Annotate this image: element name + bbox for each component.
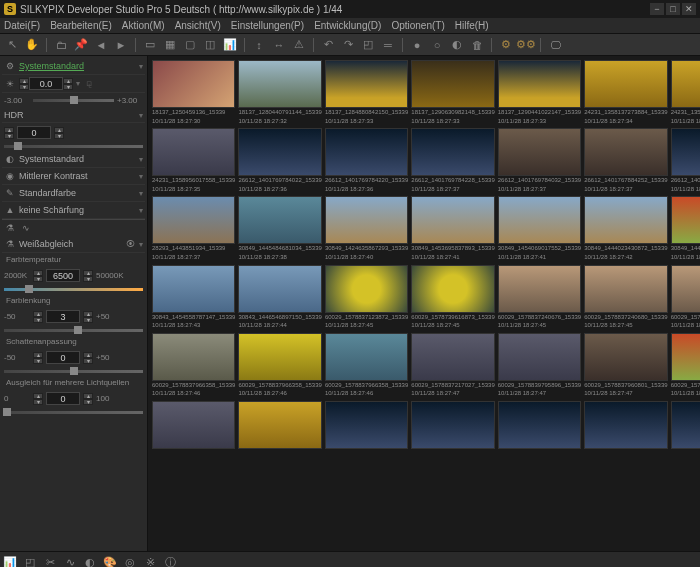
clip-warn-icon[interactable]: ⚠ (291, 37, 307, 53)
chevron-down-icon[interactable]: ▾ (139, 172, 143, 181)
thumbnail-item[interactable]: 26612_1401769784220_15339 10/11/28 18:27… (325, 128, 408, 193)
thumbnail-item[interactable] (498, 401, 581, 453)
eyedropper-icon[interactable]: ⚗ (4, 238, 16, 250)
thumbnail-item[interactable]: 60029_1578837240676_15339 10/11/28 18:27… (498, 265, 581, 330)
exposure-slider[interactable] (33, 99, 114, 102)
thumbnail-image[interactable] (498, 265, 581, 313)
thumbnail-item[interactable]: 60029_1578837217027_15339 10/11/28 18:27… (411, 333, 494, 398)
chevron-down-icon[interactable]: ▾ (76, 79, 80, 88)
menu-hilfe[interactable]: Hilfe(H) (455, 20, 489, 31)
thumbnail-image[interactable] (411, 128, 494, 176)
thumbnail-item[interactable]: 18137_1290441022147_15339 10/11/28 18:27… (498, 60, 581, 125)
hdr-down2[interactable]: ▾ (54, 133, 64, 139)
thumbnail-image[interactable] (325, 401, 408, 449)
thumbnail-image[interactable] (584, 60, 667, 108)
menu-ansicht[interactable]: Ansicht(V) (175, 20, 221, 31)
chevron-down-icon[interactable]: ▾ (139, 189, 143, 198)
thumbnail-image[interactable] (671, 333, 700, 381)
thumbnail-item[interactable]: 18137_1284880842150_15339 10/11/28 18:27… (325, 60, 408, 125)
thumbnail-image[interactable] (238, 333, 321, 381)
thumbnail-image[interactable] (325, 60, 408, 108)
thumbnail-item[interactable] (411, 401, 494, 453)
exp-down2[interactable]: ▾ (63, 84, 73, 90)
thumbnail-item[interactable]: 60029_1578837966358_15339 10/11/28 18:27… (671, 333, 700, 398)
thumbnail-image[interactable] (671, 128, 700, 176)
thumbnail-image[interactable] (671, 401, 700, 449)
chevron-down-icon[interactable]: ▾ (139, 62, 143, 71)
crop2-icon[interactable]: ✂ (42, 554, 58, 567)
thumbnail-item[interactable]: 30849_1442344587127_15339 10/11/28 18:27… (671, 196, 700, 261)
thumbnail-item[interactable] (584, 401, 667, 453)
thumbnail-item[interactable]: 18137_1290630982148_15339 10/11/28 18:27… (411, 60, 494, 125)
thumbnail-item[interactable]: 60029_1578739616873_15339 10/11/28 18:27… (411, 265, 494, 330)
exposure-value[interactable]: 0.0 (29, 77, 63, 90)
crop-icon[interactable]: ◰ (360, 37, 376, 53)
thumbnail-image[interactable] (325, 333, 408, 381)
thumbnail-image[interactable] (238, 196, 321, 244)
thumbnail-item[interactable]: 24231_1358137278842_15339 10/11/28 18:27… (671, 60, 700, 125)
histogram-icon[interactable]: 📊 (222, 37, 238, 53)
shadow-slider[interactable] (4, 370, 143, 373)
hand-tool-icon[interactable]: ✋ (24, 37, 40, 53)
close-button[interactable]: ✕ (682, 3, 696, 15)
thumbnail-item[interactable]: 60029_1578837966358_15339 10/11/28 18:27… (152, 333, 235, 398)
thumbnail-image[interactable] (411, 196, 494, 244)
thumbnail-item[interactable]: 60029_1578837966358_15339 10/11/28 18:27… (325, 333, 408, 398)
thumbnail-item[interactable]: 26612_1401769784032_15339 10/11/28 18:27… (498, 128, 581, 193)
display-icon[interactable]: 🖵 (547, 37, 563, 53)
thumbnail-image[interactable] (498, 401, 581, 449)
thumbnail-item[interactable]: 26612_1401767884252_15339 10/11/28 18:27… (584, 128, 667, 193)
thumbnail-item[interactable] (325, 401, 408, 453)
thumbnail-image[interactable] (152, 60, 235, 108)
thumbnail-image[interactable] (238, 265, 321, 313)
opt-color[interactable]: Standardfarbe (19, 188, 136, 198)
trash-icon[interactable]: 🗑 (469, 37, 485, 53)
menu-datei[interactable]: Datei(F) (4, 20, 40, 31)
mark-3-icon[interactable]: ◐ (449, 37, 465, 53)
chevron-down-icon[interactable]: ▾ (139, 240, 143, 249)
rotate-right-icon[interactable]: ↷ (340, 37, 356, 53)
thumbnail-item[interactable]: 24231_1358137273884_15339 10/11/28 18:27… (584, 60, 667, 125)
thumbnail-item[interactable]: 28293_1443851934_15339 10/11/28 18:27:37 (152, 196, 235, 261)
thumbnail-item[interactable]: 60029_1578839456578_15339 10/11/28 18:27… (671, 265, 700, 330)
noise-icon[interactable]: ※ (142, 554, 158, 567)
hdr-slider[interactable] (4, 145, 143, 148)
prev-icon[interactable]: ◄ (93, 37, 109, 53)
opt-system[interactable]: Systemstandard (19, 154, 136, 164)
thumbnail-item[interactable]: 18137_1280440791144_15339 10/11/28 18:27… (238, 60, 321, 125)
thumbnail-image[interactable] (152, 196, 235, 244)
info-icon[interactable]: ⓘ (162, 554, 178, 567)
develop-icon[interactable]: ⚙ (498, 37, 514, 53)
thumbnail-item[interactable]: 60029_1578837123872_15339 10/11/28 18:27… (325, 265, 408, 330)
thumbnail-image[interactable] (411, 265, 494, 313)
tint-value[interactable]: 3 (46, 310, 80, 323)
pin-icon[interactable]: 📌 (73, 37, 89, 53)
thumbnail-item[interactable]: 30843_1446546897150_15339 10/11/28 18:27… (238, 265, 321, 330)
thumbnail-image[interactable] (671, 265, 700, 313)
thumbnail-item[interactable]: 30849_1444023430872_15339 10/11/28 18:27… (584, 196, 667, 261)
toggle-a-icon[interactable]: ↕ (251, 37, 267, 53)
thumbnail-item[interactable]: 60029_1578837960801_15339 10/11/28 18:27… (584, 333, 667, 398)
mark-2-icon[interactable]: ○ (429, 37, 445, 53)
thumbnail-image[interactable] (498, 128, 581, 176)
level-icon[interactable]: ═ (380, 37, 396, 53)
thumbnail-item[interactable]: 26612_1401767884203_15339 10/11/28 18:27… (671, 128, 700, 193)
curve-icon[interactable]: ∿ (62, 554, 78, 567)
contrast-icon[interactable]: ◐ (4, 153, 16, 165)
thumbnail-image[interactable] (671, 196, 700, 244)
thumbnail-image[interactable] (152, 128, 235, 176)
thumbnail-image[interactable] (152, 265, 235, 313)
menu-entwicklung[interactable]: Entwicklung(D) (314, 20, 381, 31)
shadow-value[interactable]: 0 (46, 351, 80, 364)
thumbnail-item[interactable] (152, 401, 235, 453)
multi-value[interactable]: 0 (46, 392, 80, 405)
rotate-left-icon[interactable]: ↶ (320, 37, 336, 53)
next-icon[interactable]: ► (113, 37, 129, 53)
highlight-icon[interactable]: ◐ (82, 554, 98, 567)
mark-1-icon[interactable]: ● (409, 37, 425, 53)
exp-down[interactable]: ▾ (19, 84, 29, 90)
thumbnail-item[interactable]: 60029_1578839795896_15339 10/11/28 18:27… (498, 333, 581, 398)
sharpen-icon[interactable]: ▲ (4, 204, 16, 216)
thumbnail-image[interactable] (238, 128, 321, 176)
thumbnail-item[interactable]: 26612_1401769784022_15339 10/11/28 18:27… (238, 128, 321, 193)
